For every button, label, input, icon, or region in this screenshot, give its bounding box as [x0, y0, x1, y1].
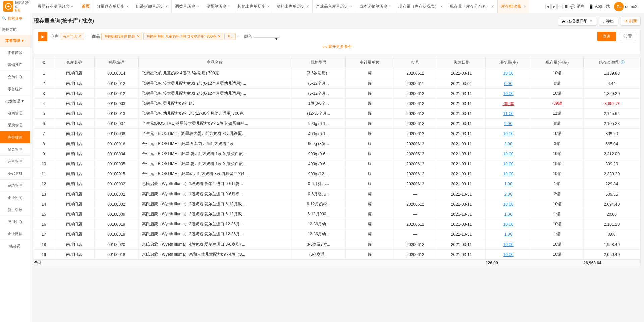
sidebar-item-new-guide[interactable]: 新手引导 — [0, 204, 30, 216]
table-cell: 南岸门店 — [54, 129, 94, 139]
user-profile[interactable]: Ea demo2 — [614, 2, 637, 11]
tab-cai-liao-chu[interactable]: 材料出库单历史 ✕ — [273, 0, 313, 13]
warehouse-more[interactable]: ··· — [85, 34, 89, 39]
table-cell[interactable]: 11.00 — [486, 109, 531, 119]
sidebar-item-enterprise-wechat[interactable]: 企业微信 — [0, 228, 30, 240]
table-row: 19南岸门店00100018惠氏启蒙（Wyeth illuma）亲和人体儿童配方… — [34, 250, 640, 260]
info-icon[interactable]: ⓘ — [621, 60, 625, 65]
query-button[interactable]: 查询 — [597, 32, 616, 41]
table-cell[interactable]: 2.00 — [486, 189, 531, 199]
expand-more-button[interactable]: ∨∨ 展开更多条件 — [38, 43, 636, 51]
tab-home[interactable]: 首页 — [78, 0, 93, 13]
sidebar-item-member-plus[interactable]: 畅会员 — [0, 240, 30, 252]
tag-remove-icon[interactable]: ✕ — [137, 34, 140, 39]
table-cell: 罐 — [346, 189, 393, 199]
export-button[interactable]: ↓ 导出 — [599, 17, 618, 26]
tab-cheng-ben[interactable]: 成本调整单历史 ✕ — [356, 0, 395, 13]
template-print-button[interactable]: 🖨 按模板打印 ▼ — [558, 17, 596, 26]
tab-next-arrow[interactable]: ▶ — [551, 4, 557, 9]
filter-row: ▶ 仓库 南岸门店 ✕ ··· — [38, 32, 636, 41]
table-cell[interactable]: 10.00 — [486, 169, 531, 179]
tag-remove-icon[interactable]: ✕ — [218, 34, 221, 39]
table-cell[interactable]: 1.00 — [486, 179, 531, 189]
sidebar-item-wholesale-mgmt[interactable]: 批发管理 ▼ — [0, 95, 30, 107]
tag-remove-icon[interactable]: ✕ — [78, 34, 82, 39]
tab-zu-zhuang[interactable]: 组装拆卸单历史 ✕ — [132, 0, 172, 13]
tab-xian-cun-zhuang[interactable]: 现存量（库存状况表） ✕ — [395, 0, 446, 13]
table-cell[interactable]: 10.00 — [486, 159, 531, 169]
table-cell: 6-12月900... — [291, 209, 345, 219]
tab-close-all[interactable]: ✕ — [557, 4, 563, 9]
tab-qi-ta-chu[interactable]: 其他出库单历史 ✕ — [234, 0, 273, 13]
table-cell: 00100004 — [95, 149, 139, 159]
table-cell: 10罐 — [531, 239, 583, 250]
table-cell[interactable]: -39.00 — [486, 99, 531, 109]
sidebar-search[interactable]: 🔍 搜索菜单 — [0, 13, 30, 24]
table-cell[interactable]: 10.00 — [486, 199, 531, 209]
tab-close-icon[interactable]: ✕ — [350, 5, 352, 8]
tab-close-icon[interactable]: ✕ — [491, 5, 494, 8]
sidebar-item-ecommerce[interactable]: 电商管理 — [0, 107, 30, 119]
table-cell: 南岸门店 — [54, 119, 94, 129]
table-cell[interactable]: 3.00 — [486, 139, 531, 149]
tab-close-icon[interactable]: ✕ — [389, 5, 391, 8]
sidebar-quick-nav[interactable]: 快捷导航 — [0, 24, 30, 35]
table-cell[interactable]: 10.00 — [486, 89, 531, 99]
sidebar-item-enterprise[interactable]: 企业协同 — [0, 192, 30, 204]
app-download-button[interactable]: 📱 App下载 — [589, 4, 610, 9]
table-cell[interactable]: 10.00 — [486, 129, 531, 139]
tab-chan-pin-ru[interactable]: 产成品入库单历史 ✕ — [313, 0, 356, 13]
tab-yao-huo[interactable]: 要货单历史 ✕ — [203, 0, 234, 13]
table-cell[interactable]: 0.00 — [486, 78, 531, 89]
nav-expand-button[interactable]: ▶ — [38, 32, 47, 41]
sidebar-item-system[interactable]: 系统管理 — [0, 180, 30, 192]
account-dropdown[interactable]: 母婴行业演示账套 ▼ — [34, 0, 78, 13]
sidebar-item-operation[interactable]: 经营管理 — [0, 156, 30, 168]
tab-close-icon[interactable]: ✕ — [440, 5, 443, 8]
table-cell[interactable]: 10.00 — [486, 239, 531, 250]
warehouse-tag: 南岸门店 ✕ — [60, 33, 84, 40]
product-tags: 飞鹤奶粉3段两提装 ✕ 飞鹤星飞帆 儿童奶粉 4段(3-6岁适用) 700克 ✕… — [101, 33, 236, 40]
sidebar-item-finance[interactable]: 资金管理 — [0, 144, 30, 156]
tab-xian-cun-fen[interactable]: 现存量（库存分布表） ✕ — [446, 0, 498, 13]
table-cell[interactable]: 10.00 — [486, 149, 531, 159]
table-cell[interactable]: 10.00 — [486, 68, 531, 78]
sidebar-item-retail-stats[interactable]: 零售统计 — [0, 83, 30, 95]
tab-close-icon[interactable]: ✕ — [267, 5, 270, 8]
color-dropdown[interactable]: ▼ — [253, 36, 280, 38]
table-cell: 20200612 — [393, 109, 437, 119]
tab-ku-cun-pi[interactable]: 库存批次账 ✕ — [498, 0, 529, 13]
table-cell[interactable]: 1.00 — [486, 209, 531, 219]
product-more-dots[interactable]: ··· — [237, 34, 240, 39]
tab-close-icon[interactable]: ✕ — [228, 5, 230, 8]
sidebar-item-inventory[interactable]: 库存核算 — [0, 131, 30, 144]
table-cell: 罐 — [346, 169, 393, 179]
table-cell: 2021-03-11 — [437, 199, 486, 209]
message-button[interactable]: 💬 消息 — [570, 4, 585, 9]
col-settings[interactable]: ⚙ — [34, 57, 54, 68]
table-cell[interactable]: 10.00 — [486, 250, 531, 260]
tab-close-icon[interactable]: ✕ — [165, 5, 168, 8]
sidebar-item-basic-info[interactable]: 基础信息 — [0, 168, 30, 180]
sidebar-item-marketing[interactable]: 营销推广 — [0, 59, 30, 71]
tab-close-icon[interactable]: ✕ — [523, 5, 525, 8]
table-cell[interactable]: 10.00 — [486, 219, 531, 229]
sidebar-item-app-center[interactable]: 应用中心 — [0, 216, 30, 228]
table-cell[interactable]: 9.00 — [486, 119, 531, 129]
table-cell: 2,312.00 — [583, 149, 640, 159]
tab-menu[interactable]: ☰ — [564, 4, 569, 9]
settings-button[interactable]: 设置 — [620, 32, 636, 41]
refresh-button[interactable]: ↺ 刷新 — [621, 17, 641, 26]
tab-close-icon[interactable]: ✕ — [306, 5, 309, 8]
tab-close-icon[interactable]: ✕ — [126, 5, 129, 8]
tab-fen-pan[interactable]: 分量盘点单历史 ✕ — [93, 0, 132, 13]
tab-close-icon[interactable]: ✕ — [197, 5, 199, 8]
table-cell: 900g (12-... — [291, 169, 345, 179]
sidebar-item-purchase[interactable]: 采购管理 — [0, 119, 30, 131]
table-cell[interactable]: 1.00 — [486, 229, 531, 239]
sidebar-item-retail-mgmt[interactable]: 零售管理 ▼ — [0, 35, 30, 47]
sidebar-item-retail-shop[interactable]: 零售商城 — [0, 47, 30, 59]
tab-diao-bo[interactable]: 调拨单历史 ✕ — [172, 0, 203, 13]
sidebar-item-member[interactable]: 会员中心 — [0, 71, 30, 83]
tab-prev-arrow[interactable]: ◀ — [545, 4, 551, 9]
